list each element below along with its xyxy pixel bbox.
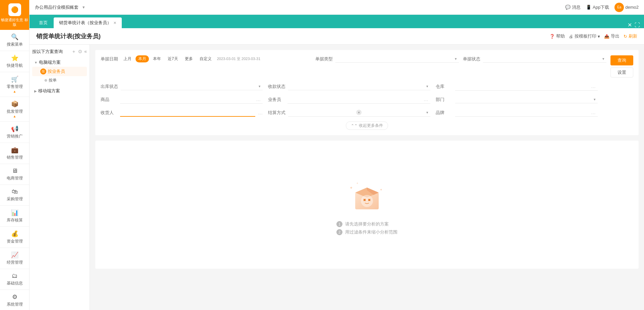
app-download-btn[interactable]: 📱 App下载 xyxy=(586,4,609,10)
page-body: 按以下方案查询 ＋ ⊙ « ▼ 电脑端方案 按 按业务员 xyxy=(30,45,644,310)
setting-btn[interactable]: 设置 xyxy=(610,67,633,78)
date-this-year-btn[interactable]: 本年 xyxy=(150,55,164,62)
purchase-icon: 🛍 xyxy=(12,188,18,195)
svg-text:✦: ✦ xyxy=(350,186,353,190)
message-label: 消息 xyxy=(572,4,581,10)
date-custom-btn[interactable]: 自定义 xyxy=(197,55,214,62)
logo-area: 🟠 畅捷通好生意 标版 xyxy=(0,0,29,30)
sidebar-item-sales[interactable]: 💼 销售管理 xyxy=(0,143,29,164)
goods-label: 商品 xyxy=(101,97,117,103)
sidebar-item-base-label: 基础信息 xyxy=(7,280,23,286)
tab-report-close-icon[interactable]: ✕ xyxy=(113,21,116,25)
tab-restore-btn[interactable]: ⛶ xyxy=(635,22,640,28)
tree-mobile-label: 移动端方案 xyxy=(38,88,60,94)
sidebar-item-base[interactable]: 🗂 基础信息 xyxy=(0,269,29,290)
empty-tips: 1 请先选择要分析的方案 2 用过滤条件来缩小分析范围 xyxy=(336,221,397,235)
payment-item: 结算方式 × ▾ xyxy=(268,108,430,117)
tip-1-text: 请先选择要分析的方案 xyxy=(345,221,389,227)
recv-status-label: 收款状态 xyxy=(268,84,285,90)
tab-report[interactable]: 销货单统计表（按业务员） ✕ xyxy=(54,17,122,28)
ecommerce-icon: 🖥 xyxy=(12,167,18,174)
help-icon: ❓ xyxy=(549,34,555,39)
message-btn[interactable]: 💬 消息 xyxy=(565,4,581,10)
warehouse-select[interactable]: … xyxy=(455,82,598,91)
print-btn[interactable]: 🖨 按模板打印 ▾ xyxy=(569,33,600,39)
payment-select[interactable]: × ▾ xyxy=(288,108,430,117)
recv-status-select[interactable]: ▾ xyxy=(288,83,430,90)
message-icon: 💬 xyxy=(565,5,571,10)
tab-close-btn[interactable]: ✕ xyxy=(628,22,632,28)
refresh-btn[interactable]: ↻ 刷新 xyxy=(624,33,637,39)
doc-type-select[interactable]: ▾ xyxy=(335,55,459,63)
tree-bidan-label: 按单 xyxy=(49,78,57,83)
receiver-dots-icon: … xyxy=(258,110,263,115)
topbar-right: 💬 消息 📱 App下载 Ea demo2 xyxy=(565,3,639,12)
date-last-month-btn[interactable]: 上月 xyxy=(121,55,134,62)
sidebar-item-finance[interactable]: 💰 资金管理 xyxy=(0,227,29,248)
brand-select[interactable]: … xyxy=(455,108,598,117)
sidebar-item-operation-label: 经营管理 xyxy=(7,260,23,265)
logo-icon: 🟠 xyxy=(8,3,21,16)
svg-text:✦: ✦ xyxy=(380,188,382,192)
svg-point-3 xyxy=(361,195,373,207)
goods-select[interactable]: … xyxy=(120,95,263,104)
date-7days-btn[interactable]: 近7天 xyxy=(165,55,181,62)
dept-select[interactable]: ▾ xyxy=(455,96,598,103)
date-more-btn[interactable]: 更多 xyxy=(182,55,196,62)
collapse-up-icon: ⌃⌃ xyxy=(351,123,358,128)
refresh-label: 刷新 xyxy=(629,33,637,39)
sidebar-item-marketing[interactable]: 📢 营销推广 xyxy=(0,122,29,143)
sidebar-item-retail[interactable]: 🛒 零售管理 ▲ xyxy=(0,72,29,97)
help-btn[interactable]: ❓ 帮助 xyxy=(549,33,565,39)
out-status-select[interactable]: ▾ xyxy=(121,83,263,90)
receiver-input[interactable] xyxy=(120,108,255,117)
date-this-month-btn[interactable]: 本月 xyxy=(136,55,149,62)
print-label: 按模板打印 xyxy=(575,33,596,39)
export-btn[interactable]: 📤 导出 xyxy=(604,33,620,39)
sidebar-item-shortcut-label: 快捷导航 xyxy=(7,63,23,68)
user-area[interactable]: Ea demo2 xyxy=(614,3,639,12)
export-label: 导出 xyxy=(611,33,620,39)
sidebar-item-marketing-label: 营销推广 xyxy=(7,134,23,139)
tab-home[interactable]: 首页 xyxy=(34,17,53,28)
empty-state: ✦ ✦ ✦ 1 请先选择要分析的方案 2 用过滤条件来缩小分析范围 xyxy=(95,154,639,255)
sidebar-item-shortcut[interactable]: ⭐ 快捷导航 xyxy=(0,51,29,72)
bidan-bullet-icon: ⊕ xyxy=(44,78,47,83)
sidebar-item-wholesale[interactable]: 📦 批发管理 ▲ xyxy=(0,97,29,122)
doc-status-select[interactable]: ▾ xyxy=(483,55,606,63)
tree-pc-arrow-icon: ▼ xyxy=(34,61,38,64)
tree-bidan-node[interactable]: ⊕ 按单 xyxy=(32,76,87,85)
print-icon: 🖨 xyxy=(569,34,573,39)
sidebar-item-system[interactable]: ⚙ 系统管理 xyxy=(0,290,29,310)
payment-tag-close-icon[interactable]: × xyxy=(356,110,362,115)
finance-icon: 💰 xyxy=(11,230,18,238)
sidebar-item-operation[interactable]: 📈 经营管理 xyxy=(0,248,29,269)
panel-header: 按以下方案查询 ＋ ⊙ « xyxy=(32,49,87,55)
tree-mobile-parent[interactable]: ▶ 移动端方案 xyxy=(32,87,87,95)
sidebar-item-ecommerce-label: 电商管理 xyxy=(7,175,23,181)
page-title: 销货单统计表(按业务员) xyxy=(36,32,101,44)
sidebar-item-inventory[interactable]: 📊 库存核算 xyxy=(0,206,29,227)
collapse-btn[interactable]: ⌃⌃ 收起更多条件 xyxy=(346,121,388,130)
tree-section-pc: ▼ 电脑端方案 按 按业务员 ⊕ 按单 xyxy=(32,58,87,85)
brand-label: 品牌 xyxy=(436,110,452,116)
panel-edit-icon[interactable]: ⊙ xyxy=(78,49,82,55)
sidebar-item-ecommerce[interactable]: 🖥 电商管理 xyxy=(0,164,29,185)
panel-add-icon[interactable]: ＋ xyxy=(71,49,76,55)
tree-pc-parent[interactable]: ▼ 电脑端方案 xyxy=(32,58,87,67)
panel-collapse-icon[interactable]: « xyxy=(84,49,87,55)
product-dropdown-icon[interactable]: ▾ xyxy=(83,5,85,10)
tree-salesman-node[interactable]: 按 按业务员 xyxy=(32,67,87,76)
salesman-select[interactable]: … xyxy=(287,95,430,104)
sidebar-item-search-label: 搜索菜单 xyxy=(7,42,23,47)
sidebar-item-search[interactable]: 🔍 搜索菜单 xyxy=(0,30,29,51)
empty-tip-2: 2 用过滤条件来缩小分析范围 xyxy=(336,229,397,235)
query-btn[interactable]: 查询 xyxy=(610,55,633,65)
tab-home-label: 首页 xyxy=(39,20,48,26)
receiver-label: 收货人 xyxy=(101,110,117,116)
inventory-icon: 📊 xyxy=(11,209,18,216)
tab-report-label: 销货单统计表（按业务员） xyxy=(59,20,111,26)
page-actions: ❓ 帮助 🖨 按模板打印 ▾ 📤 导出 ↻ 刷新 xyxy=(549,33,637,43)
sidebar-item-wholesale-label: 批发管理 xyxy=(7,109,23,114)
sidebar-item-purchase[interactable]: 🛍 采购管理 xyxy=(0,185,29,206)
